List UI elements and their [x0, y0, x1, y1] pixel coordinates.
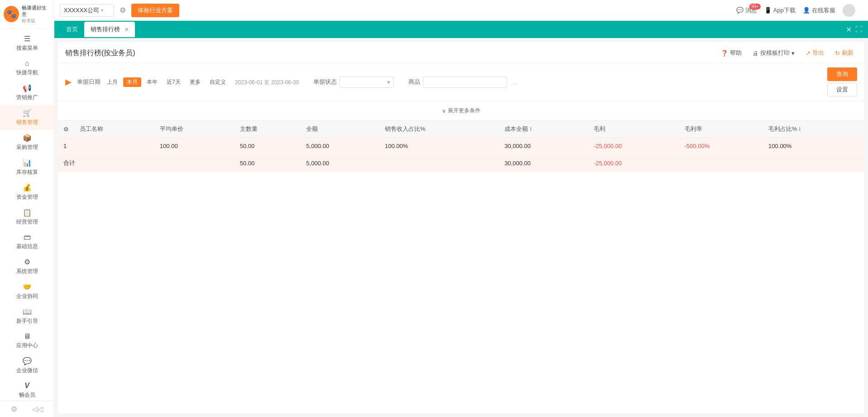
basics-icon: 🗃 [24, 233, 31, 241]
settings-bottom-icon[interactable]: ⚙ [11, 405, 17, 413]
app-download-action[interactable]: 📱 App下载 [764, 6, 796, 14]
cell-qty: 50.00 [235, 138, 301, 154]
sidebar-item-member[interactable]: V 畅会员 [0, 378, 54, 401]
footer-cost: 30,000.00 [499, 154, 588, 172]
system-icon: ⚙ [24, 258, 30, 266]
col-avg-price: 平均单价 [154, 120, 235, 138]
sidebar-item-sales[interactable]: 🛒 销售管理 [0, 105, 54, 130]
sidebar-item-label: 搜索菜单 [16, 44, 38, 52]
sidebar-item-apps[interactable]: 🖥 应用中心 [0, 329, 54, 353]
tab-sales-rank[interactable]: 销售排行榜 ✕ [84, 22, 135, 37]
help-label: 帮助 [730, 49, 742, 57]
goods-input[interactable] [423, 77, 507, 88]
tab-sales-rank-label: 销售排行榜 [91, 25, 120, 34]
cost-info-icon: ℹ [530, 126, 532, 132]
sidebar-item-label: 快捷导航 [16, 69, 38, 77]
sidebar-item-basics[interactable]: 🗃 基础信息 [0, 230, 54, 254]
operations-icon: 📋 [23, 208, 32, 217]
page-actions: ❓ 帮助 🖨 按模板打印 ▾ ↗ 导出 ↻ 刷新 [717, 47, 857, 59]
goods-more-btn[interactable]: ... [510, 77, 520, 87]
sidebar-item-search[interactable]: ☰ 搜索菜单 [0, 31, 54, 56]
cell-avg-price: 100.00 [154, 138, 235, 154]
filter-bar: ▶ 单据日期 上月 本月 本年 近7天 更多 自定义 2023-06-01 至 … [58, 63, 864, 101]
date-tab-last-month[interactable]: 上月 [103, 77, 121, 87]
sidebar-item-finance[interactable]: 💰 资金管理 [0, 180, 54, 205]
sidebar-item-operations[interactable]: 📋 经营管理 [0, 205, 54, 230]
marketing-icon: 📢 [23, 84, 32, 92]
purchase-icon: 📦 [23, 134, 32, 142]
finance-icon: 💰 [23, 183, 32, 192]
sidebar-item-newbie[interactable]: 📖 新手引导 [0, 304, 54, 329]
sidebar-item-label: 经营管理 [16, 218, 38, 226]
footer-gross-pct [763, 154, 864, 172]
logo-icon: 🐾 [4, 6, 19, 22]
online-service-label: 在线客服 [812, 6, 835, 14]
sidebar-item-inventory[interactable]: 📊 库存核算 [0, 155, 54, 180]
col-settings[interactable]: ⚙ [58, 120, 74, 138]
print-button[interactable]: 🖨 按模板打印 ▾ [749, 47, 798, 59]
logo-sub: 标准版 [22, 18, 50, 24]
gross-pct-info-icon: ℹ [799, 126, 801, 132]
tab-home-label: 首页 [66, 25, 78, 34]
date-tab-more[interactable]: 更多 [186, 77, 204, 87]
status-select[interactable] [340, 77, 394, 88]
date-tab-this-year[interactable]: 本年 [143, 77, 161, 87]
sidebar-item-label: 销售管理 [16, 119, 38, 126]
company-name: XXXXXX公司 [64, 6, 99, 14]
footer-label: 合计 [58, 154, 154, 172]
expand-conditions-button[interactable]: ∨ 展开更多条件 [438, 105, 484, 116]
help-button[interactable]: ❓ 帮助 [717, 47, 745, 59]
company-selector[interactable]: XXXXXX公司 ▾ [60, 4, 114, 17]
expand-label: 展开更多条件 [448, 107, 480, 115]
sidebar-item-label: 资金管理 [16, 193, 38, 201]
sidebar-item-purchase[interactable]: 📦 采购管理 [0, 130, 54, 155]
tab-close-icon[interactable]: ✕ [125, 27, 129, 33]
sidebar-item-wechat[interactable]: 💬 企业微信 [0, 353, 54, 378]
tabbar: 首页 销售排行榜 ✕ ✕ ⛶ [54, 21, 868, 38]
sidebar-nav: ☰ 搜索菜单 ⌂ 快捷导航 📢 营销推广 🛒 销售管理 📦 采购管理 📊 库存核… [0, 29, 54, 401]
sidebar-item-label: 畅会员 [19, 391, 35, 399]
page-container: 销售排行榜(按业务员) ❓ 帮助 🖨 按模板打印 ▾ ↗ 导出 [58, 42, 864, 413]
trial-button[interactable]: 体验行业方案 [131, 4, 179, 17]
print-chevron-icon: ▾ [791, 50, 795, 57]
filter-toggle-icon[interactable]: ▶ [65, 77, 72, 87]
set-button[interactable]: 设置 [827, 83, 857, 96]
table-body: 1 100.00 50.00 5,000.00 100.00% 30,000.0… [58, 138, 864, 154]
date-tab-7days[interactable]: 近7天 [163, 77, 184, 87]
topbar-settings-icon[interactable]: ⚙ [120, 6, 126, 14]
logo-text: 畅康通好生意 [22, 5, 50, 18]
tab-close-window-icon[interactable]: ✕ [846, 25, 852, 34]
date-tab-this-month[interactable]: 本月 [123, 77, 141, 87]
user-avatar[interactable] [843, 4, 855, 17]
filter-actions: 查询 设置 [827, 67, 857, 96]
home-icon: ⌂ [25, 59, 29, 67]
messages-action[interactable]: 💬 消息 99+ [736, 6, 757, 14]
date-tab-custom[interactable]: 自定义 [206, 77, 230, 87]
sidebar-item-label: 营销推广 [16, 94, 38, 101]
sidebar-item-system[interactable]: ⚙ 系统管理 [0, 254, 54, 279]
wechat-icon: 💬 [23, 357, 32, 365]
message-badge: 99+ [749, 4, 761, 10]
footer-amount: 5,000.00 [301, 154, 379, 172]
col-amount: 全额 [301, 120, 379, 138]
export-button[interactable]: ↗ 导出 [802, 47, 828, 59]
sidebar-item-collab[interactable]: 🤝 企业协同 [0, 279, 54, 304]
query-button[interactable]: 查询 [827, 67, 857, 81]
collapse-icon[interactable]: ◁◁ [32, 405, 43, 413]
sidebar-item-marketing[interactable]: 📢 营销推广 [0, 80, 54, 105]
collab-icon: 🤝 [23, 283, 32, 291]
expand-down-icon: ∨ [442, 108, 446, 114]
status-select-wrapper [340, 77, 394, 88]
tab-maximize-icon[interactable]: ⛶ [855, 25, 863, 34]
footer-sales-pct [379, 154, 499, 172]
app-download-label: App下载 [773, 6, 796, 14]
tab-home[interactable]: 首页 [60, 22, 84, 37]
data-table: ⚙ 员工名称 平均单价 主数量 全额 销售收入占比% 成本全额 ℹ 毛利 [58, 120, 864, 172]
online-service-action[interactable]: 👤 在线客服 [803, 6, 835, 14]
date-range-display: 2023-06-01 至 2023-06-30 [235, 79, 299, 86]
sidebar-item-quick-nav[interactable]: ⌂ 快捷导航 [0, 56, 54, 80]
message-icon: 💬 [736, 7, 743, 14]
sidebar-bottom: ⚙ ◁◁ [0, 401, 54, 417]
refresh-button[interactable]: ↻ 刷新 [831, 47, 857, 59]
footer-gross: -25,000.00 [588, 154, 679, 172]
